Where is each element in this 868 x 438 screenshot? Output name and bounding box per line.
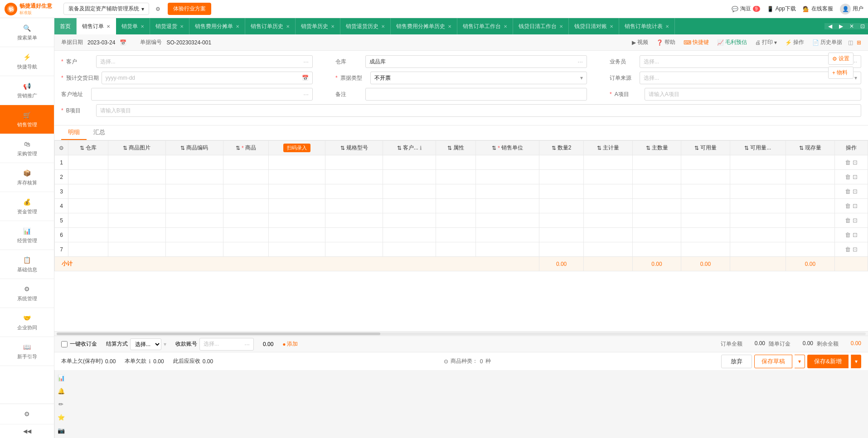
row-6-qty2[interactable]	[539, 228, 584, 242]
row-3-spec[interactable]	[325, 184, 383, 199]
row-6-code[interactable]	[165, 228, 223, 242]
row-5-avail2[interactable]	[730, 213, 786, 228]
row-1-stock[interactable]	[786, 155, 834, 170]
settings-icon[interactable]: ⚙	[151, 3, 164, 15]
row-6-copy-icon[interactable]: ⊡	[853, 231, 858, 238]
row-4-mainunit[interactable]	[584, 199, 632, 213]
operate-btn[interactable]: ⚡ 操作	[783, 38, 806, 47]
row-6-unit[interactable]	[476, 228, 539, 242]
row-6-avail2[interactable]	[730, 228, 786, 242]
tab-expand-btn[interactable]: ⊡	[857, 23, 868, 29]
row-6-mainqty[interactable]	[632, 228, 681, 242]
row-7-delete-icon[interactable]: 🗑	[845, 246, 851, 253]
tab-sales-order[interactable]: 销售订单 ✕	[77, 18, 116, 34]
print-btn[interactable]: 🖨 打印 ▾	[753, 38, 779, 47]
row-7-code[interactable]	[165, 242, 223, 257]
row-6-stock[interactable]	[786, 228, 834, 242]
row-5-custcode[interactable]	[383, 213, 436, 228]
system-selector[interactable]: 装备及固定资产辅助管理系统 ▾	[63, 3, 149, 15]
info-custcode-icon[interactable]: ℹ	[420, 145, 422, 151]
row-1-mainunit[interactable]	[584, 155, 632, 170]
row-5-copy-icon[interactable]: ⊡	[853, 217, 858, 224]
tab-sales-invoice[interactable]: 销货单 ✕	[116, 18, 150, 34]
tab-close-sales-invoice[interactable]: ✕	[141, 24, 144, 29]
row-2-mainunit[interactable]	[584, 170, 632, 184]
industry-button[interactable]: 体验行业方案	[168, 3, 211, 15]
row-1-image[interactable]	[108, 155, 165, 170]
row-1-qty2[interactable]	[539, 155, 584, 170]
row-3-warehouse[interactable]	[68, 184, 108, 199]
row-2-warehouse[interactable]	[68, 170, 108, 184]
row-5-unit[interactable]	[476, 213, 539, 228]
row-1-attr[interactable]	[436, 155, 476, 170]
row-3-code[interactable]	[165, 184, 223, 199]
save-draft-arrow-button[interactable]: ▾	[795, 355, 805, 368]
row-2-qty2[interactable]	[539, 170, 584, 184]
sidebar-item-quicknav[interactable]: ⚡ 快捷导航	[0, 47, 54, 76]
tab-invoice-history[interactable]: 销货单历史 ✕	[296, 18, 340, 34]
sort-mainqty-icon[interactable]: ⇅	[646, 145, 650, 151]
row-1-unit[interactable]	[476, 155, 539, 170]
row-3-delete-icon[interactable]: 🗑	[845, 188, 851, 195]
tab-loan-daily[interactable]: 钱贷日清工作台 ✕	[513, 18, 569, 34]
row-7-mainunit[interactable]	[584, 242, 632, 257]
row-5-stock[interactable]	[786, 213, 834, 228]
row-2-code[interactable]	[165, 170, 223, 184]
row-7-image[interactable]	[108, 242, 165, 257]
panel-camera-icon[interactable]: 📷	[56, 425, 67, 436]
tab-order-history[interactable]: 销售订单历史 ✕	[245, 18, 296, 34]
row-4-warehouse[interactable]	[68, 199, 108, 213]
tab-next-btn[interactable]: ▶	[835, 23, 846, 29]
sidebar-item-marketing[interactable]: 📢 营销推广	[0, 76, 54, 105]
row-4-unit[interactable]	[476, 199, 539, 213]
tab-order-workbench[interactable]: 销售订单工作台 ✕	[457, 18, 513, 34]
tab-loan-reconcile[interactable]: 钱贷日清对账 ✕	[569, 18, 619, 34]
row-7-warehouse[interactable]	[68, 242, 108, 257]
row-3-copy-icon[interactable]: ⊡	[853, 188, 858, 195]
sort-spec-icon[interactable]: ⇅	[340, 145, 345, 151]
tab-expense-history[interactable]: 销售费用分摊单历史 ✕	[391, 18, 457, 34]
customer-input[interactable]: 选择... ···	[96, 55, 313, 68]
row-2-copy-icon[interactable]: ⊡	[853, 173, 858, 180]
row-7-avail2[interactable]	[730, 242, 786, 257]
row-2-name[interactable]	[223, 170, 268, 184]
row-3-name[interactable]	[223, 184, 268, 199]
sidebar-item-sales[interactable]: 🛒 销售管理	[0, 105, 54, 134]
row-3-mainqty[interactable]	[632, 184, 681, 199]
row-2-stock[interactable]	[786, 170, 834, 184]
row-4-name[interactable]	[223, 199, 268, 213]
row-6-name[interactable]	[223, 228, 268, 242]
row-6-image[interactable]	[108, 228, 165, 242]
row-3-image[interactable]	[108, 184, 165, 199]
sidebar-toggle[interactable]: ◀◀	[0, 424, 54, 438]
row-2-avail2[interactable]	[730, 170, 786, 184]
settle-method-select[interactable]: 选择...	[130, 338, 161, 350]
row-5-mainunit[interactable]	[584, 213, 632, 228]
tab-order-stats[interactable]: 销售订单统计表 ✕	[619, 18, 675, 34]
tab-detail[interactable]: 明细	[61, 125, 87, 140]
row-7-stock[interactable]	[786, 242, 834, 257]
row-4-spec[interactable]	[325, 199, 383, 213]
add-row-btn[interactable]: ● 添加	[282, 340, 297, 348]
row-7-copy-icon[interactable]: ⊡	[853, 246, 858, 253]
sort-custcode-icon[interactable]: ⇅	[397, 145, 402, 151]
row-2-delete-icon[interactable]: 🗑	[845, 173, 851, 180]
row-7-avail1[interactable]	[681, 242, 730, 257]
history-btn[interactable]: 📄 历史单据	[810, 38, 844, 47]
scroll-bar[interactable]	[54, 331, 868, 336]
row-3-mainunit[interactable]	[584, 184, 632, 199]
sort-name-icon[interactable]: ⇅	[236, 145, 240, 151]
tab-close-sales-order[interactable]: ✕	[107, 24, 110, 29]
tab-close-order-stats[interactable]: ✕	[665, 24, 669, 29]
row-3-stock[interactable]	[786, 184, 834, 199]
row-7-qty2[interactable]	[539, 242, 584, 257]
row-2-custcode[interactable]	[383, 170, 436, 184]
row-7-custcode[interactable]	[383, 242, 436, 257]
warehouse-input[interactable]: 成品库 ···	[365, 55, 587, 68]
row-5-image[interactable]	[108, 213, 165, 228]
row-4-mainqty[interactable]	[632, 199, 681, 213]
row-6-attr[interactable]	[436, 228, 476, 242]
row-6-mainunit[interactable]	[584, 228, 632, 242]
row-4-stock[interactable]	[786, 199, 834, 213]
row-2-unit[interactable]	[476, 170, 539, 184]
